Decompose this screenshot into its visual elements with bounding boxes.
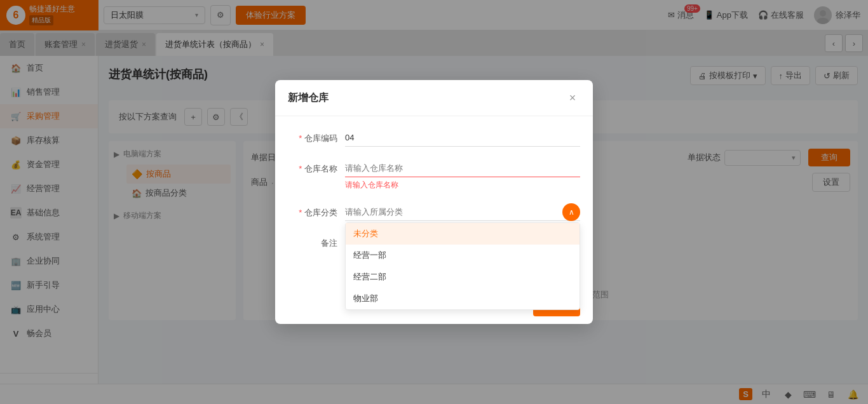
modal-header: 新增仓库 × [275,80,593,116]
form-row-category: 仓库分类 ∧ 未分类 经营一部 经营二部 物业部 [288,203,580,221]
category-label: 仓库分类 [288,203,345,219]
new-warehouse-modal: 新增仓库 × 仓库编码 仓库名称 请输入仓库名称 仓库分类 [275,80,593,324]
name-label: 仓库名称 [288,159,345,175]
name-error-msg: 请输入仓库名称 [345,180,580,191]
modal-body: 仓库编码 仓库名称 请输入仓库名称 仓库分类 ∧ [275,116,593,288]
code-label: 仓库编码 [288,129,345,144]
note-label: 备注 [288,234,345,249]
dropdown-item-dept2[interactable]: 经营二部 [346,266,580,288]
dropdown-item-dept1[interactable]: 经营一部 [346,245,580,266]
warehouse-name-input[interactable] [345,159,580,177]
name-field: 请输入仓库名称 [345,159,580,191]
category-toggle-button[interactable]: ∧ [562,203,580,221]
category-dropdown: 未分类 经营一部 经营二部 物业部 [345,222,580,310]
modal-overlay[interactable]: 新增仓库 × 仓库编码 仓库名称 请输入仓库名称 仓库分类 [0,0,868,404]
modal-close-button[interactable]: × [565,90,580,105]
category-field: ∧ 未分类 经营一部 经营二部 物业部 [345,203,580,221]
modal-title: 新增仓库 [288,91,329,105]
dropdown-item-uncategorized[interactable]: 未分类 [346,223,580,245]
category-input[interactable] [345,203,580,221]
code-field [345,129,580,147]
form-row-code: 仓库编码 [288,129,580,147]
form-row-name: 仓库名称 请输入仓库名称 [288,159,580,191]
warehouse-code-input[interactable] [345,129,580,147]
dropdown-item-dept3[interactable]: 物业部 [346,288,580,309]
